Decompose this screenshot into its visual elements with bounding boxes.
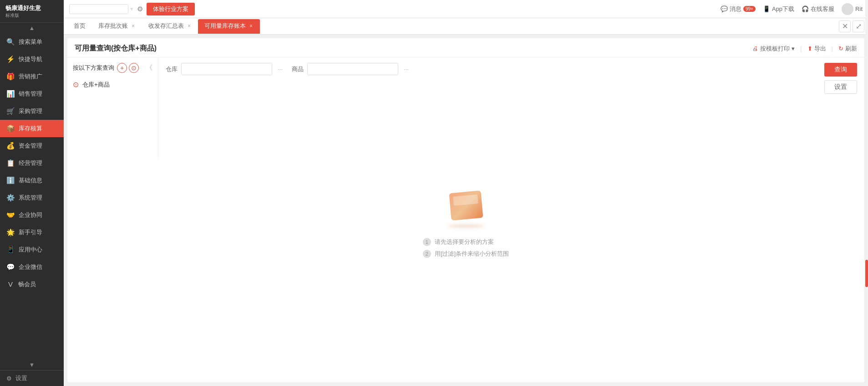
sidebar-item-label: 企业协同 <box>19 211 42 219</box>
sep2: | <box>832 45 833 52</box>
username: Rit <box>855 5 863 12</box>
settings-btn[interactable]: 设置 <box>824 80 857 94</box>
tab-close-icon[interactable]: × <box>187 23 192 29</box>
export-label: 导出 <box>814 45 826 53</box>
export-btn[interactable]: ⬆ 导出 <box>807 45 826 53</box>
right-scrollbar <box>865 0 868 386</box>
sidebar-icon: 🎁 <box>6 72 15 81</box>
main-area: ▾ ⚙ 体验行业方案 💬 消息 99+ 📱 App下载 🎧 在线客服 Rit <box>64 0 868 386</box>
sidebar-icon: 🛒 <box>6 107 15 115</box>
sidebar-item-新手引导[interactable]: 🌟 新手引导 <box>0 224 64 241</box>
user-info[interactable]: Rit <box>842 3 863 15</box>
sidebar-scroll-up[interactable]: ▲ <box>0 23 64 33</box>
sidebar-icon: 📋 <box>6 159 15 167</box>
print-label: 按模板打印 <box>760 45 790 53</box>
sidebar-item-营销推广[interactable]: 🎁 营销推广 <box>0 68 64 85</box>
close-tab-btn[interactable]: ✕ <box>839 21 851 32</box>
topbar: ▾ ⚙ 体验行业方案 💬 消息 99+ 📱 App下载 🎧 在线客服 Rit <box>64 0 868 18</box>
search-input[interactable] <box>69 4 128 14</box>
sidebar-item-采购管理[interactable]: 🛒 采购管理 <box>0 103 64 120</box>
sidebar-item-销售管理[interactable]: 📊 销售管理 <box>0 85 64 103</box>
sidebar-icon: 💰 <box>6 142 15 150</box>
headset-icon: 🎧 <box>802 5 809 12</box>
avatar <box>842 3 853 15</box>
filter-goods-label: 商品 <box>292 65 304 73</box>
message-icon: 💬 <box>721 5 728 12</box>
page-content: 可用量查询(按仓库+商品) 🖨 按模板打印 ▾ | ⬆ 导出 | ↻ 刷新 <box>67 38 864 382</box>
sidebar-item-快捷导航[interactable]: ⚡ 快捷导航 <box>0 51 64 68</box>
industry-btn[interactable]: 体验行业方案 <box>147 3 195 15</box>
add-scheme-btn[interactable]: + <box>117 63 127 73</box>
sidebar-item-企业协同[interactable]: 🤝 企业协同 <box>0 206 64 224</box>
scheme-actions: + ⊙ <box>117 63 139 73</box>
sidebar-item-应用中心[interactable]: 📱 应用中心 <box>0 241 64 258</box>
query-btn[interactable]: 查询 <box>824 63 857 77</box>
sidebar-item-label: 营销推广 <box>19 72 42 81</box>
sidebar-item-基础信息[interactable]: ℹ️ 基础信息 <box>0 172 64 189</box>
tab-收发存汇总表[interactable]: 收发存汇总表× <box>142 19 198 34</box>
sidebar-item-库存核算[interactable]: 📦 库存核算 <box>0 120 64 137</box>
sidebar-item-label: 采购管理 <box>19 107 42 115</box>
sidebar-icon: 📊 <box>6 90 15 98</box>
sidebar-item-label: 基础信息 <box>19 176 42 185</box>
tabs-bar: 首页库存批次账×收发存汇总表×可用量库存账本× ✕ ⤢ <box>64 18 868 35</box>
query-section: 按以下方案查询 + ⊙ 《 ⊙ 仓库+商品 仓库 <box>67 57 864 158</box>
filter-goods-group: 商品 ··· <box>292 63 411 75</box>
filter-goods-more[interactable]: ··· <box>402 66 411 72</box>
expand-btn[interactable]: ⤢ <box>853 21 864 32</box>
tab-close-icon[interactable]: × <box>131 23 136 29</box>
sidebar-icon: 💬 <box>6 263 15 271</box>
refresh-label: 刷新 <box>845 45 857 53</box>
sidebar-item-畅会员[interactable]: V 畅会员 <box>0 276 64 293</box>
sidebar-icon: 📱 <box>6 246 15 254</box>
page-title: 可用量查询(按仓库+商品) <box>75 44 157 53</box>
filter-warehouse-more[interactable]: ··· <box>276 66 284 72</box>
sidebar-icon: 🔍 <box>6 38 15 46</box>
empty-tip-1: 1 请先选择要分析的方案 <box>423 238 509 246</box>
query-scheme: 按以下方案查询 + ⊙ 《 ⊙ 仓库+商品 <box>67 57 158 158</box>
message-item[interactable]: 💬 消息 99+ <box>721 5 756 13</box>
sidebar-item-label: 系统管理 <box>19 194 42 202</box>
empty-tips: 1 请先选择要分析的方案 2 用[过滤]条件来缩小分析范围 <box>423 238 509 258</box>
refresh-icon: ↻ <box>838 45 843 52</box>
app-download-label: App下载 <box>772 5 794 13</box>
settings-scheme-btn[interactable]: ⊙ <box>129 63 139 73</box>
print-dropdown-icon[interactable]: ▾ <box>792 45 795 52</box>
sidebar-icon: ⚙️ <box>6 194 15 202</box>
tab-可用量库存账本[interactable]: 可用量库存账本× <box>198 19 260 34</box>
collapse-icon[interactable]: 《 <box>146 64 152 72</box>
online-service-item[interactable]: 🎧 在线客服 <box>802 5 834 13</box>
filter-warehouse-group: 仓库 ··· <box>166 63 284 75</box>
sidebar-item-企业微信[interactable]: 💬 企业微信 <box>0 258 64 276</box>
sidebar-item-搜索菜单[interactable]: 🔍 搜索菜单 <box>0 33 64 51</box>
sidebar-item-经营管理[interactable]: 📋 经营管理 <box>0 154 64 172</box>
sidebar-item-资金管理[interactable]: 💰 资金管理 <box>0 137 64 154</box>
gear-icon[interactable]: ⚙ <box>137 5 143 13</box>
sidebar-scroll-down[interactable]: ▼ <box>0 360 64 370</box>
tab-首页[interactable]: 首页 <box>67 19 92 34</box>
mobile-icon: 📱 <box>763 5 770 12</box>
sidebar-item-label: 销售管理 <box>19 90 42 98</box>
tab-label: 可用量库存账本 <box>204 22 246 30</box>
tip-num-2: 2 <box>423 250 431 258</box>
sidebar-bottom[interactable]: ⚙ 设置 <box>0 370 64 386</box>
scheme-item-warehouse-goods[interactable]: ⊙ 仓库+商品 <box>67 77 158 93</box>
print-btn[interactable]: 🖨 按模板打印 ▾ <box>752 45 795 53</box>
tab-库存批次账[interactable]: 库存批次账× <box>92 19 142 34</box>
empty-box <box>449 190 483 221</box>
sep1: | <box>800 45 802 52</box>
sidebar-item-系统管理[interactable]: ⚙️ 系统管理 <box>0 189 64 206</box>
empty-shadow <box>448 224 484 228</box>
app-version: 标准版 <box>5 12 58 19</box>
scrollbar-thumb[interactable] <box>865 260 868 287</box>
filter-warehouse-input[interactable] <box>181 63 272 75</box>
refresh-btn[interactable]: ↻ 刷新 <box>838 45 857 53</box>
sidebar-item-label: 搜索菜单 <box>19 38 42 46</box>
tab-close-icon[interactable]: × <box>249 23 254 29</box>
app-download-item[interactable]: 📱 App下载 <box>763 5 794 13</box>
sidebar-icon: 🌟 <box>6 228 15 237</box>
scheme-label: 按以下方案查询 <box>73 64 114 72</box>
topbar-search-area: ▾ <box>69 4 133 14</box>
filter-goods-input[interactable] <box>307 63 398 75</box>
filter-warehouse-label: 仓库 <box>166 65 178 73</box>
